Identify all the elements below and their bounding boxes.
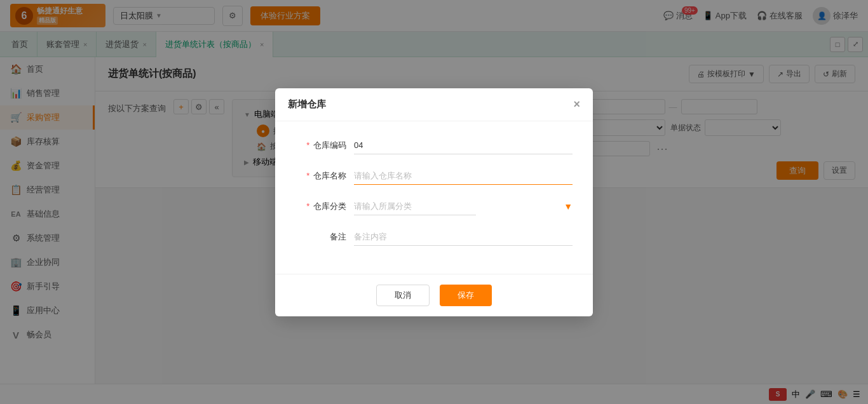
- category-select-wrap: ▼: [354, 198, 573, 215]
- modal-header: 新增仓库 ×: [275, 88, 593, 121]
- modal-close-button[interactable]: ×: [573, 98, 580, 110]
- name-label: * 仓库名称: [295, 170, 346, 182]
- code-label: * 仓库编码: [295, 140, 346, 151]
- note-label: 备注: [295, 231, 346, 243]
- modal-overlay: 新增仓库 × * 仓库编码 * 仓库名称: [0, 0, 868, 404]
- modal-title: 新增仓库: [288, 98, 326, 111]
- warehouse-code-input[interactable]: [354, 137, 573, 154]
- warehouse-name-input[interactable]: [354, 167, 573, 185]
- warehouse-category-input[interactable]: [354, 198, 476, 215]
- category-field-row: * 仓库分类 ▼: [295, 198, 573, 215]
- modal-footer: 取消 保存: [275, 274, 593, 316]
- category-label: * 仓库分类: [295, 201, 346, 212]
- code-field-row: * 仓库编码: [295, 137, 573, 154]
- cancel-button[interactable]: 取消: [376, 285, 430, 306]
- category-dropdown-arrow: ▼: [564, 201, 573, 212]
- warehouse-note-input[interactable]: [354, 228, 573, 246]
- note-field-row: 备注: [295, 228, 573, 246]
- modal-new-warehouse: 新增仓库 × * 仓库编码 * 仓库名称: [275, 88, 593, 316]
- name-field-row: * 仓库名称: [295, 167, 573, 185]
- save-button[interactable]: 保存: [440, 285, 492, 306]
- modal-body: * 仓库编码 * 仓库名称 * 仓库分类: [275, 121, 593, 274]
